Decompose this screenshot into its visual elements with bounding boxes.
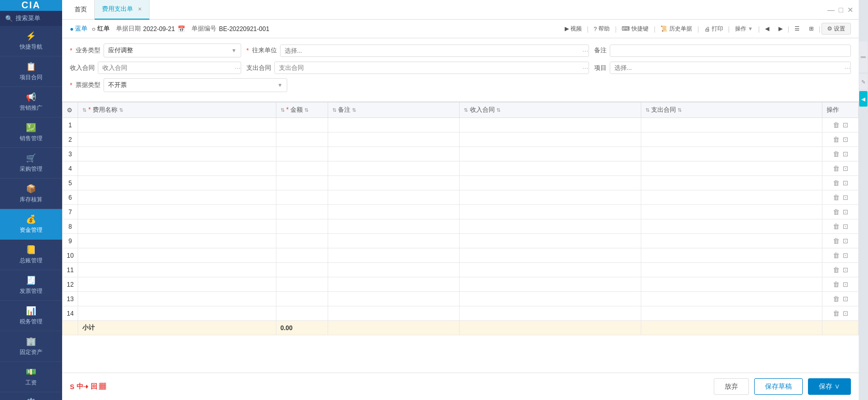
- cell-amount[interactable]: [276, 219, 328, 234]
- cell-expense-name[interactable]: [78, 205, 276, 219]
- partner-input[interactable]: [281, 45, 580, 56]
- cell-expense-contract[interactable]: [641, 132, 822, 147]
- cell-remark[interactable]: [328, 277, 459, 292]
- save-button[interactable]: 保存 ∨: [808, 378, 851, 395]
- cell-amount[interactable]: [276, 118, 328, 132]
- expense-contract-input[interactable]: [275, 62, 580, 73]
- delete-icon[interactable]: 🗑: [833, 136, 840, 143]
- cell-remark[interactable]: [328, 176, 459, 190]
- cell-expense-contract[interactable]: [641, 205, 822, 219]
- cell-income-contract[interactable]: [460, 248, 641, 263]
- sidebar-item-project-contract[interactable]: 📋 项目合同: [0, 56, 62, 87]
- cell-expense-contract[interactable]: [641, 161, 822, 176]
- partner-dots[interactable]: ···: [582, 47, 589, 55]
- cell-expense-contract[interactable]: [641, 219, 822, 234]
- project-dots[interactable]: ···: [844, 64, 850, 72]
- delete-icon[interactable]: 🗑: [833, 208, 840, 216]
- cell-amount[interactable]: [276, 306, 328, 321]
- sidebar-item-marketing[interactable]: 📢 营销推广: [0, 87, 62, 117]
- project-input[interactable]: [610, 62, 842, 73]
- copy-icon[interactable]: ⊡: [843, 194, 848, 201]
- sidebar-item-ops[interactable]: ⚙️ 经营管理: [0, 392, 62, 400]
- cell-amount[interactable]: [276, 176, 328, 190]
- th-income-contract[interactable]: ⇅ 收入合同 ⇅: [460, 102, 641, 118]
- delete-icon[interactable]: 🗑: [833, 121, 840, 129]
- copy-icon[interactable]: ⊡: [843, 179, 848, 187]
- cell-expense-name[interactable]: [78, 161, 276, 176]
- sidebar-item-tax[interactable]: 📊 税务管理: [0, 301, 62, 331]
- copy-icon[interactable]: ⊡: [843, 136, 848, 143]
- cell-expense-name[interactable]: [78, 292, 276, 306]
- cell-expense-name[interactable]: [78, 277, 276, 292]
- cell-expense-name[interactable]: [78, 176, 276, 190]
- cell-income-contract[interactable]: [460, 118, 641, 132]
- th-expense-name[interactable]: ⇅ * 费用名称 ⇅: [78, 102, 276, 118]
- th-gear[interactable]: ⚙: [63, 102, 78, 118]
- cell-remark[interactable]: [328, 118, 459, 132]
- copy-icon[interactable]: ⊡: [843, 280, 848, 288]
- cell-expense-name[interactable]: [78, 263, 276, 277]
- sidebar-item-purchase[interactable]: 🛒 采购管理: [0, 148, 62, 179]
- copy-icon[interactable]: ⊡: [843, 295, 848, 303]
- cell-remark[interactable]: [328, 205, 459, 219]
- discard-button[interactable]: 放弃: [714, 378, 749, 395]
- copy-icon[interactable]: ⊡: [843, 150, 848, 158]
- sidebar-item-sales[interactable]: 💹 销售管理: [0, 117, 62, 148]
- cell-expense-contract[interactable]: [641, 147, 822, 161]
- help-btn[interactable]: ? 帮助: [590, 23, 614, 34]
- delete-icon[interactable]: 🗑: [833, 266, 840, 274]
- income-contract-dots[interactable]: ···: [234, 64, 241, 72]
- next-btn[interactable]: ▶: [774, 24, 787, 34]
- cell-amount[interactable]: [276, 161, 328, 176]
- cell-amount[interactable]: [276, 277, 328, 292]
- settings-btn[interactable]: ⚙ 设置: [821, 23, 851, 35]
- cell-income-contract[interactable]: [460, 306, 641, 321]
- copy-icon[interactable]: ⊡: [843, 121, 848, 129]
- cell-expense-name[interactable]: [78, 118, 276, 132]
- cell-income-contract[interactable]: [460, 234, 641, 248]
- th-expense-contract[interactable]: ⇅ 支出合同 ⇅: [641, 102, 822, 118]
- cell-expense-name[interactable]: [78, 147, 276, 161]
- cell-amount[interactable]: [276, 190, 328, 205]
- cell-expense-name[interactable]: [78, 132, 276, 147]
- tab-close-icon[interactable]: ✕: [138, 6, 142, 12]
- cell-remark[interactable]: [328, 147, 459, 161]
- cell-income-contract[interactable]: [460, 176, 641, 190]
- cell-expense-contract[interactable]: [641, 277, 822, 292]
- cell-remark[interactable]: [328, 248, 459, 263]
- cell-income-contract[interactable]: [460, 292, 641, 306]
- action-btn[interactable]: 操作 ▼: [731, 23, 757, 34]
- cell-income-contract[interactable]: [460, 132, 641, 147]
- income-contract-wrap[interactable]: ···: [98, 62, 241, 74]
- copy-icon[interactable]: ⊡: [843, 309, 848, 317]
- cell-expense-contract[interactable]: [641, 234, 822, 248]
- cell-income-contract[interactable]: [460, 277, 641, 292]
- cell-expense-name[interactable]: [78, 248, 276, 263]
- delete-icon[interactable]: 🗑: [833, 237, 840, 245]
- radio-red[interactable]: ○ 红单: [92, 24, 109, 33]
- partner-input-wrap[interactable]: ···: [280, 45, 589, 57]
- cell-expense-name[interactable]: [78, 190, 276, 205]
- grid-view-btn[interactable]: ⊞: [805, 24, 818, 34]
- calendar-icon[interactable]: 📅: [178, 25, 185, 33]
- remark-input[interactable]: [610, 45, 851, 57]
- sidebar-item-inventory[interactable]: 📦 库存核算: [0, 179, 62, 209]
- tab-home[interactable]: 首页: [67, 0, 95, 20]
- sidebar-item-ledger[interactable]: 📒 总账管理: [0, 240, 62, 270]
- cell-remark[interactable]: [328, 306, 459, 321]
- copy-icon[interactable]: ⊡: [843, 251, 848, 259]
- delete-icon[interactable]: 🗑: [833, 280, 840, 288]
- cell-expense-name[interactable]: [78, 306, 276, 321]
- video-btn[interactable]: ▶ 视频: [561, 23, 586, 34]
- delete-icon[interactable]: 🗑: [833, 150, 840, 158]
- cell-remark[interactable]: [328, 132, 459, 147]
- delete-icon[interactable]: 🗑: [833, 295, 840, 303]
- cell-expense-contract[interactable]: [641, 190, 822, 205]
- cell-income-contract[interactable]: [460, 219, 641, 234]
- cell-expense-contract[interactable]: [641, 248, 822, 263]
- cell-expense-name[interactable]: [78, 234, 276, 248]
- biz-type-select[interactable]: 应付调整 ▼: [104, 43, 241, 57]
- cell-expense-contract[interactable]: [641, 263, 822, 277]
- cell-amount[interactable]: [276, 292, 328, 306]
- history-btn[interactable]: 📜 历史单据: [656, 23, 696, 34]
